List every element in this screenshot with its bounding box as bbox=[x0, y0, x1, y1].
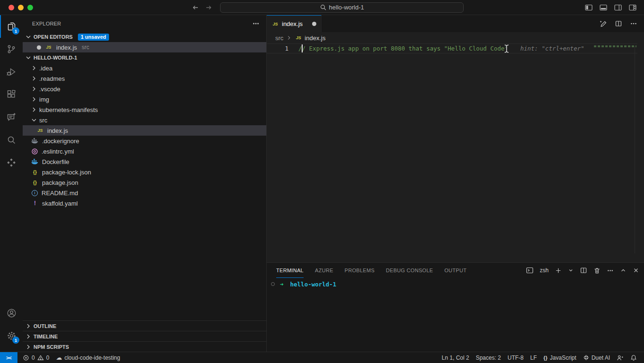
toggle-secondary-sidebar-icon[interactable] bbox=[614, 4, 622, 11]
split-editor-icon[interactable] bbox=[615, 20, 622, 27]
kill-terminal-trash-icon[interactable] bbox=[593, 267, 601, 274]
tree-item-eslintrc[interactable]: .eslintrc.yml bbox=[23, 146, 266, 156]
modified-dot-icon[interactable] bbox=[37, 45, 41, 50]
problems-status[interactable]: 0 0 bbox=[19, 352, 52, 363]
chevron-right-icon bbox=[30, 64, 38, 72]
tree-item-img[interactable]: img bbox=[23, 94, 266, 104]
javascript-file-icon: JS bbox=[271, 22, 279, 26]
tree-item-package-json[interactable]: {} package.json bbox=[23, 177, 266, 188]
editor-surface[interactable]: 1 // Express.js app on port 8080 that sa… bbox=[267, 43, 644, 262]
tree-item-kubernetes-manifests[interactable]: kubernetes-manifests bbox=[23, 104, 266, 115]
panel-tab-azure[interactable]: AZURE bbox=[315, 263, 333, 278]
panel-tab-output[interactable]: OUTPUT bbox=[444, 263, 466, 278]
chevron-right-icon bbox=[25, 333, 32, 340]
tree-item-index-js[interactable]: JS index.js bbox=[23, 125, 266, 136]
activity-search[interactable] bbox=[0, 129, 23, 151]
tree-item-label: .readmes bbox=[39, 75, 65, 82]
tree-item-label: index.js bbox=[47, 127, 68, 134]
zoom-window-button[interactable] bbox=[27, 5, 33, 10]
section-label: TIMELINE bbox=[34, 334, 58, 339]
new-terminal-icon[interactable] bbox=[555, 267, 562, 274]
bell-icon bbox=[630, 354, 637, 361]
cursor-position-status[interactable]: Ln 1, Col 2 bbox=[439, 352, 473, 363]
macos-traffic-lights bbox=[8, 5, 33, 10]
shell-name[interactable]: zsh bbox=[540, 267, 549, 274]
panel-tab-debug-console[interactable]: DEBUG CONSOLE bbox=[386, 263, 433, 278]
open-editor-folder: src bbox=[82, 44, 89, 51]
activity-ai-chat[interactable] bbox=[0, 106, 23, 129]
panel-tab-bar: TERMINAL AZURE PROBLEMS DEBUG CONSOLE OU… bbox=[267, 263, 644, 278]
explorer-badge: 1 bbox=[12, 27, 19, 35]
panel-more-actions-icon[interactable] bbox=[607, 267, 614, 274]
tree-item-vscode[interactable]: .vscode bbox=[23, 84, 266, 94]
activity-extensions[interactable] bbox=[0, 83, 23, 106]
duet-ai-diamond-icon bbox=[583, 354, 589, 361]
split-terminal-icon[interactable] bbox=[580, 267, 587, 274]
toggle-primary-sidebar-icon[interactable] bbox=[585, 4, 593, 11]
encoding-status[interactable]: UTF-8 bbox=[504, 352, 527, 363]
open-editor-filename: index.js bbox=[56, 44, 77, 51]
activity-settings[interactable]: 1 bbox=[0, 324, 23, 347]
forward-arrow-icon[interactable] bbox=[205, 4, 212, 11]
source-control-icon bbox=[6, 43, 17, 55]
remote-indicator[interactable]: >< bbox=[0, 352, 17, 363]
command-center-search[interactable]: hello-world-1 bbox=[220, 2, 464, 13]
section-npm-scripts[interactable]: NPM SCRIPTS bbox=[23, 341, 266, 352]
tree-item-skaffold[interactable]: ! skaffold.yaml bbox=[23, 198, 266, 208]
open-editors-header[interactable]: OPEN EDITORS 1 unsaved bbox=[23, 32, 266, 42]
breadcrumb-folder[interactable]: src bbox=[275, 35, 283, 42]
feedback-status[interactable] bbox=[613, 352, 627, 363]
activity-explorer[interactable]: 1 bbox=[0, 15, 23, 38]
panel-tab-terminal[interactable]: TERMINAL bbox=[276, 263, 304, 278]
indentation-status[interactable]: Spaces: 2 bbox=[473, 352, 504, 363]
activity-accounts[interactable] bbox=[0, 302, 23, 324]
back-arrow-icon[interactable] bbox=[192, 4, 199, 11]
terminal-shell-icon[interactable] bbox=[526, 267, 534, 274]
minimize-window-button[interactable] bbox=[18, 5, 24, 10]
tree-item-readme[interactable]: i README.md bbox=[23, 188, 266, 198]
terminal-dropdown-chevron-icon[interactable] bbox=[568, 268, 574, 273]
workspace-header[interactable]: HELLO-WORLD-1 bbox=[23, 52, 266, 63]
sidebar-more-actions-icon[interactable] bbox=[252, 20, 260, 27]
minimap[interactable] bbox=[594, 45, 636, 47]
tree-item-readmes[interactable]: .readmes bbox=[23, 73, 266, 84]
activity-run-debug[interactable] bbox=[0, 60, 23, 83]
tree-item-dockerignore[interactable]: .dockerignore bbox=[23, 136, 266, 146]
chevron-right-icon bbox=[30, 106, 38, 113]
tab-label: index.js bbox=[282, 20, 303, 27]
tree-item-src[interactable]: src bbox=[23, 115, 266, 125]
docker-whale-icon bbox=[31, 138, 39, 144]
language-mode-status[interactable]: {} JavaScript bbox=[540, 352, 580, 363]
panel-tab-problems[interactable]: PROBLEMS bbox=[345, 263, 375, 278]
tree-item-label: README.md bbox=[42, 190, 78, 197]
close-panel-icon[interactable] bbox=[633, 267, 639, 274]
maximize-panel-chevron-up-icon[interactable] bbox=[620, 267, 627, 274]
toggle-panel-icon[interactable] bbox=[600, 4, 607, 11]
more-actions-icon[interactable] bbox=[630, 20, 637, 27]
duet-ai-status[interactable]: Duet AI bbox=[580, 352, 613, 363]
open-editor-item[interactable]: JS index.js src bbox=[23, 42, 266, 52]
ai-code-actions-icon[interactable] bbox=[599, 20, 607, 28]
modified-dot-icon[interactable] bbox=[312, 22, 316, 26]
command-decoration-icon[interactable] bbox=[271, 282, 275, 286]
section-outline[interactable]: OUTLINE bbox=[23, 320, 266, 331]
terminal-prompt-line[interactable]: ➜ hello-world-1 bbox=[267, 279, 644, 289]
activity-cloud-code[interactable] bbox=[0, 151, 23, 174]
cloud-project-status[interactable]: ☁ cloud-code-ide-testing bbox=[52, 352, 123, 363]
activity-source-control[interactable] bbox=[0, 38, 23, 60]
close-window-button[interactable] bbox=[8, 5, 14, 10]
tree-item-package-lock[interactable]: {} package-lock.json bbox=[23, 167, 266, 177]
eol-status[interactable]: LF bbox=[527, 352, 540, 363]
tree-item-idea[interactable]: .idea bbox=[23, 63, 266, 73]
section-timeline[interactable]: TIMELINE bbox=[23, 331, 266, 341]
customize-layout-icon[interactable] bbox=[629, 4, 636, 11]
indentation: Spaces: 2 bbox=[476, 354, 501, 361]
javascript-file-icon: JS bbox=[36, 128, 44, 133]
tree-item-dockerfile[interactable]: Dockerfile bbox=[23, 156, 266, 167]
editor-tab-bar: JS index.js bbox=[267, 15, 644, 32]
explorer-sidebar: EXPLORER OPEN EDITORS 1 unsaved JS index… bbox=[23, 15, 267, 352]
chevron-down-icon bbox=[25, 54, 32, 61]
tab-index-js[interactable]: JS index.js bbox=[267, 15, 322, 32]
breadcrumb-file[interactable]: index.js bbox=[305, 35, 325, 42]
notifications-status[interactable] bbox=[627, 352, 640, 363]
